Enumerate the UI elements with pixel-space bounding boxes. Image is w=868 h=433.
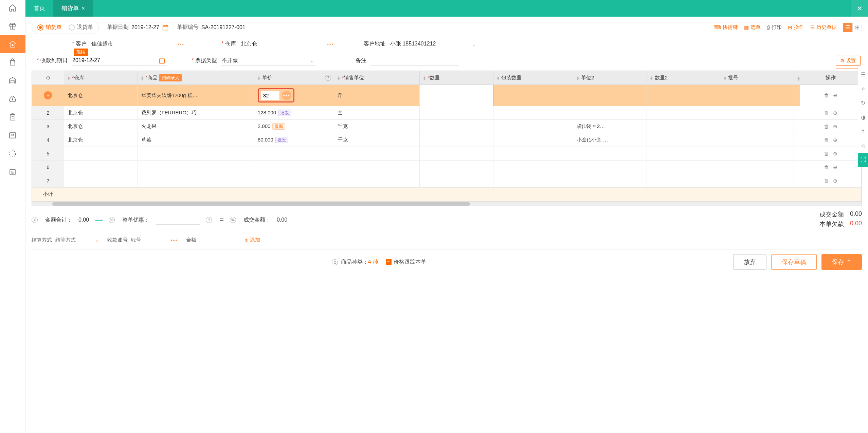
col-price[interactable]: ▲▼单价? [254, 71, 334, 85]
tool-shortcut[interactable]: ⌨快捷键 [713, 24, 738, 31]
rr-note-icon[interactable]: ☰ [858, 67, 868, 81]
bag-icon[interactable] [8, 58, 17, 67]
customer-more-icon[interactable]: ••• [178, 41, 184, 46]
table-hscroll[interactable] [32, 201, 862, 206]
copy-row-icon[interactable]: ⊕ [833, 151, 837, 157]
pay-amount-input[interactable] [199, 236, 236, 244]
tool-history[interactable]: ☰历史单据 [810, 24, 837, 31]
copy-row-icon[interactable]: ⊕ [833, 92, 837, 98]
invoice-caret-icon[interactable]: ⌄ [310, 58, 315, 63]
new-icon[interactable]: 新 [8, 168, 17, 176]
col-qty2[interactable]: ▲▼数量2 [647, 71, 720, 85]
window-close-icon[interactable]: ✕ [851, 0, 868, 17]
radio-return[interactable]: 退货单 [69, 24, 93, 31]
table-row[interactable]: 6🗑⊕ [32, 161, 862, 174]
rr-person-icon[interactable]: ◑ [858, 110, 868, 124]
minus-icon: — [95, 215, 103, 224]
calendar-icon[interactable] [162, 24, 169, 31]
list-icon[interactable] [8, 131, 17, 140]
table-row[interactable]: 4 北京仓 草莓 60.000批发 千克 小盒(1小盒 … 🗑⊕ [32, 133, 862, 147]
discard-button[interactable]: 放弃 [733, 254, 766, 270]
warehouse-input[interactable] [240, 39, 335, 49]
col-ops: 操作 [800, 71, 862, 85]
delete-row-icon[interactable]: 🗑 [824, 110, 829, 116]
col-unit2[interactable]: ▲▼单位2 [573, 71, 647, 85]
rr-star-icon[interactable]: ☆ [858, 138, 868, 153]
pay-method-input[interactable] [55, 236, 92, 244]
warehouse-more-icon[interactable]: ••• [327, 41, 334, 46]
subtotal-row: 小计 [32, 188, 862, 201]
money-bag-icon[interactable] [8, 94, 17, 103]
date-value[interactable]: 2019-12-27 [131, 24, 159, 31]
table-row[interactable]: 5🗑⊕ [32, 147, 862, 161]
view-list-icon[interactable]: ☰ [843, 23, 852, 32]
table-row[interactable]: 2 北京仓 费列罗（FERRERO）巧… 128.000批发 盒 🗑⊕ [32, 106, 862, 120]
pay-account-more-icon[interactable]: ••• [170, 237, 178, 243]
tab-sales[interactable]: 销货单× [53, 0, 93, 17]
rr-link-icon[interactable]: ⟐ [858, 81, 868, 96]
delete-row-icon[interactable]: 🗑 [824, 178, 829, 184]
copy-row-icon[interactable]: ⊕ [833, 164, 837, 170]
price-help-icon[interactable]: ? [325, 75, 331, 81]
due-input[interactable] [72, 55, 167, 66]
invoice-input[interactable] [221, 55, 316, 66]
tool-pick[interactable]: ▦选单 [744, 24, 761, 31]
customer-input[interactable] [91, 39, 186, 49]
tool-ops[interactable]: ⊞操作 [788, 24, 804, 31]
copy-row-icon[interactable]: ⊕ [833, 178, 837, 184]
col-warehouse[interactable]: ▲▼*仓库 [64, 71, 138, 85]
clipboard-icon[interactable] [8, 113, 17, 121]
save-draft-button[interactable]: 保存草稿 [771, 254, 817, 270]
currency-icon: ¥ [32, 217, 38, 223]
rr-currency-icon[interactable]: ¥ [858, 124, 868, 138]
col-batch[interactable]: ▲▼批号 [720, 71, 794, 85]
col-product[interactable]: ▲▼*商品扫码录入 [138, 71, 254, 85]
tool-print[interactable]: ⎙打印 [767, 24, 782, 31]
sales-icon[interactable] [0, 35, 25, 53]
copy-row-icon[interactable]: ⊕ [833, 110, 837, 116]
rr-expand-icon[interactable]: ⛶ [858, 153, 868, 167]
home-icon[interactable] [8, 3, 17, 12]
close-tab-icon[interactable]: × [82, 5, 85, 12]
warehouse-icon[interactable] [8, 76, 17, 85]
sync-icon[interactable] [8, 149, 17, 158]
col-qty[interactable]: ▲▼*数量 [420, 71, 493, 85]
table-row[interactable]: 3 北京仓 火龙果 2.000最新 千克 袋(1袋 ≈ 2… 🗑⊕ [32, 120, 862, 133]
kinds-label: 商品种类： [341, 259, 368, 265]
delete-row-icon[interactable]: 🗑 [824, 92, 829, 98]
price-input[interactable] [261, 91, 280, 100]
col-pack-qty[interactable]: ▲▼包装数量 [493, 71, 573, 85]
help-icon[interactable]: ? [206, 217, 212, 223]
table-gear-icon[interactable]: ⚙ [46, 75, 50, 81]
delete-row-icon[interactable]: 🗑 [824, 164, 829, 170]
table-row[interactable]: + 北京仓 华美华夫软饼1200g 糕… ••• 斤 🗑⊕ [32, 85, 862, 106]
rr-refresh-icon[interactable]: ↻ [858, 96, 868, 110]
copy-row-icon[interactable]: ⊕ [833, 137, 837, 143]
delete-row-icon[interactable]: 🗑 [824, 137, 829, 143]
table-row[interactable]: 7🗑⊕ [32, 174, 862, 188]
delete-row-icon[interactable]: 🗑 [824, 151, 829, 157]
tab-home[interactable]: 首页 [25, 0, 53, 17]
delete-row-icon[interactable]: 🗑 [824, 124, 829, 130]
qty-input[interactable] [420, 85, 493, 106]
addr-label: 客户地址 [354, 40, 385, 48]
save-button[interactable]: 保存 ⌃ [821, 254, 862, 270]
view-grid-icon[interactable]: ⊞ [852, 23, 862, 32]
discount-input[interactable] [156, 215, 200, 225]
due-calendar-icon[interactable] [159, 57, 165, 64]
pay-account-input[interactable] [130, 236, 168, 244]
docno-value: SA-20191227-001 [201, 24, 246, 31]
pay-method-caret-icon[interactable]: ⌄ [95, 237, 99, 243]
add-payment-button[interactable]: ⊕ 添加 [245, 237, 260, 243]
copy-row-icon[interactable]: ⊕ [833, 124, 837, 130]
price-more-icon[interactable]: ••• [282, 91, 291, 100]
addr-input[interactable] [390, 39, 478, 49]
col-sale-unit[interactable]: ▲▼*销售单位 [334, 71, 420, 85]
radio-sales[interactable]: 销货单 [37, 24, 62, 31]
add-row-icon[interactable]: + [44, 91, 52, 99]
addr-caret-icon[interactable]: ⌄ [472, 41, 476, 46]
scan-badge[interactable]: 扫码录入 [159, 74, 182, 81]
price-track-checkbox[interactable]: 价格跟踪本单 [386, 259, 426, 266]
gift-icon[interactable] [8, 22, 17, 31]
remark-input[interactable] [370, 55, 459, 66]
